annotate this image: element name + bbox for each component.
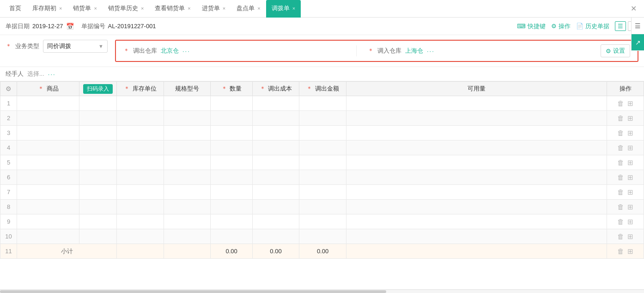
copy-icon[interactable]: ⊞ [627,114,633,122]
row-qty[interactable] [211,185,252,200]
row-qty[interactable] [211,214,252,229]
history-button[interactable]: 📄 历史单据 [576,22,609,31]
row-product[interactable] [17,111,79,126]
row-amount[interactable] [299,111,346,126]
delete-icon[interactable]: 🗑 [617,232,624,240]
column-settings-icon[interactable]: ⚙ [6,85,12,92]
side-panel-export-icon[interactable]: ↗ [632,34,644,51]
tab-sales-history-close[interactable]: × [141,6,144,11]
row-amount[interactable] [299,185,346,200]
delete-icon[interactable]: 🗑 [617,173,624,181]
transfer-out-more-btn[interactable]: ··· [182,48,190,55]
copy-icon[interactable]: ⊞ [627,144,633,152]
row-cost[interactable] [252,140,299,155]
person-more-btn[interactable]: ··· [48,71,56,78]
row-cost[interactable] [252,96,299,111]
calendar-icon[interactable]: 📅 [66,23,74,30]
tab-inventory-check[interactable]: 盘点单 × [231,0,266,18]
row-qty[interactable] [211,111,252,126]
layout-list-btn[interactable]: ☰ [615,21,626,31]
row-cost[interactable] [252,229,299,244]
copy-icon[interactable]: ⊞ [627,203,633,211]
window-close-button[interactable]: ✕ [627,2,640,15]
transfer-in-more-btn[interactable]: ··· [427,48,435,55]
side-panel-list-icon[interactable]: ☰ [632,18,644,34]
row-qty[interactable] [211,96,252,111]
row-cost[interactable] [252,214,299,229]
th-ops-label: 操作 [620,85,632,92]
tab-inventory-init-close[interactable]: × [59,6,62,11]
row-product[interactable] [17,200,79,214]
tab-purchase-order-close[interactable]: × [223,6,225,11]
row-product[interactable] [17,170,79,185]
row-amount[interactable] [299,126,346,140]
scan-btn[interactable]: 扫码录入 [83,84,113,94]
row-amount[interactable] [299,96,346,111]
row-qty[interactable] [211,229,252,244]
row-amount[interactable] [299,140,346,155]
copy-icon[interactable]: ⊞ [627,188,633,196]
row-qty[interactable] [211,126,252,140]
tab-transfer-order[interactable]: 调拨单 × [266,0,301,18]
row-qty[interactable] [211,200,252,214]
row-product[interactable] [17,155,79,170]
row-cost[interactable] [252,155,299,170]
tab-view-sales[interactable]: 查看销货单 × [149,0,196,18]
business-type-select[interactable]: 同价调拨 ▼ [43,40,108,53]
row-cost[interactable] [252,185,299,200]
delete-icon[interactable]: 🗑 [617,144,624,152]
tab-sales-order[interactable]: 销货单 × [67,0,102,18]
delete-icon[interactable]: 🗑 [617,203,624,211]
row-amount[interactable] [299,200,346,214]
row-cost[interactable] [252,170,299,185]
row-product[interactable] [17,126,79,140]
delete-icon[interactable]: 🗑 [617,114,624,122]
tab-sales-history[interactable]: 销货单历史 × [103,0,149,18]
tab-sales-order-close[interactable]: × [94,6,97,11]
row-cost[interactable] [252,200,299,214]
operations-button[interactable]: ⚙ 操作 [551,22,571,31]
person-select[interactable]: 选择... [27,70,44,78]
row-qty[interactable] [211,170,252,185]
tab-view-sales-close[interactable]: × [188,6,190,11]
row-cost[interactable] [252,126,299,140]
row-qty[interactable] [211,140,252,155]
delete-icon[interactable]: 🗑 [617,159,624,166]
copy-icon[interactable]: ⊞ [627,247,633,255]
shortcuts-button[interactable]: ⌨ 快捷键 [517,22,546,31]
row-qty[interactable] [211,155,252,170]
copy-icon[interactable]: ⊞ [627,218,633,226]
row-product[interactable] [17,96,79,111]
row-amount[interactable] [299,229,346,244]
row-product[interactable] [17,214,79,229]
row-product[interactable] [17,140,79,155]
row-amount[interactable] [299,155,346,170]
transfer-in-value: 上海仓 [405,47,423,55]
copy-icon[interactable]: ⊞ [627,173,633,181]
horizontal-scrollbar[interactable] [0,289,644,293]
scrollbar-thumb[interactable] [0,290,386,293]
row-amount[interactable] [299,214,346,229]
shortcuts-label: 快捷键 [528,22,546,31]
tab-inventory-init[interactable]: 库存期初 × [27,0,67,18]
delete-icon[interactable]: 🗑 [617,188,624,196]
copy-icon[interactable]: ⊞ [627,99,633,107]
transfer-out-label: 调出仓库 [133,47,157,55]
copy-icon[interactable]: ⊞ [627,129,633,137]
copy-icon[interactable]: ⊞ [627,232,633,240]
tab-inventory-check-close[interactable]: × [257,6,260,11]
row-amount[interactable] [299,170,346,185]
delete-icon[interactable]: 🗑 [617,247,624,255]
copy-icon[interactable]: ⊞ [627,159,633,166]
row-cost[interactable] [252,111,299,126]
delete-icon[interactable]: 🗑 [617,218,624,226]
tab-purchase-order[interactable]: 进货单 × [196,0,231,18]
settings-button[interactable]: ⚙ 设置 [601,44,630,57]
toolbar-right: ⌨ 快捷键 ⚙ 操作 📄 历史单据 ☰ ⊞ [517,21,638,31]
tab-home[interactable]: 首页 [4,0,27,18]
delete-icon[interactable]: 🗑 [617,129,624,137]
delete-icon[interactable]: 🗑 [617,99,624,107]
row-product[interactable] [17,229,79,244]
tab-transfer-order-close[interactable]: × [292,6,295,11]
row-product[interactable] [17,185,79,200]
